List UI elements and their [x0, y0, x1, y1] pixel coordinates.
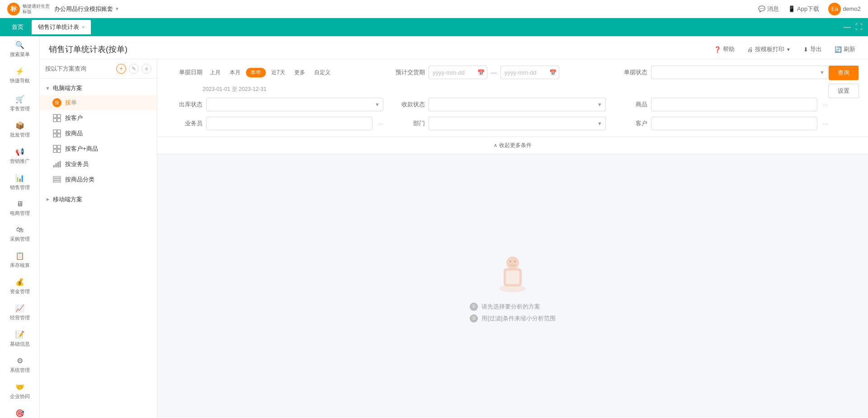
newbie-icon: 🎯	[15, 409, 24, 418]
user-name: demo2	[843, 5, 861, 12]
sidebar-item-corp[interactable]: 🤝 企业协同	[0, 378, 39, 404]
filter-customer-field: 客户 ···	[611, 117, 828, 130]
date-btn-7days[interactable]: 近7天	[268, 68, 289, 77]
filter-status-field: 单据状态 ▼	[611, 66, 828, 79]
sidebar-item-shortcut[interactable]: ⚡ 快捷导航	[0, 62, 39, 89]
staff-ellipsis[interactable]: ···	[378, 120, 383, 127]
sidebar-item-purchase[interactable]: 🛍 采购管理	[0, 221, 39, 247]
sidebar-item-search[interactable]: 🔍 搜索菜单	[0, 36, 39, 62]
sidebar-item-system[interactable]: ⚙ 系统管理	[0, 352, 39, 378]
sidebar-item-sales[interactable]: 📊 销售管理	[0, 169, 39, 195]
scheme-item-by-product[interactable]: 按商品	[40, 126, 157, 141]
customer-ellipsis[interactable]: ···	[823, 120, 828, 127]
tab-sales-stats[interactable]: 销售订单统计表 ×	[32, 20, 91, 34]
scheme-item-by-customer[interactable]: 按客户	[40, 110, 157, 126]
date-btn-more[interactable]: 更多	[291, 68, 309, 77]
two-pane-layout: 按以下方案查询 + ✎ « ▼ 电脑端方案 按 按单	[40, 59, 868, 418]
operation-label: 经营管理	[10, 314, 30, 321]
sidebar-item-marketing[interactable]: 📢 营销推广	[0, 143, 39, 169]
svg-rect-13	[56, 163, 57, 167]
sidebar-item-ecommerce[interactable]: 🖥 电商管理	[0, 195, 39, 221]
date-btn-last-month[interactable]: 上月	[206, 68, 224, 77]
scheme-item-by-order[interactable]: 按 按单	[40, 95, 157, 110]
empty-tip-1: ① 请先选择要分析的方案	[470, 303, 555, 311]
sidebar-item-wholesale[interactable]: 📦 批发管理	[0, 117, 39, 143]
date-btn-custom[interactable]: 自定义	[311, 68, 334, 77]
page-header: 销售订单统计表(按单) ❓ 帮助 🖨 按模板打印 ▼ ⬇ 导出 🔄 刷新	[40, 36, 868, 59]
date-btn-this-month[interactable]: 本月	[226, 68, 244, 77]
svg-rect-6	[53, 134, 57, 137]
app-download-label: App下载	[797, 5, 819, 13]
product-label: 商品	[611, 100, 647, 109]
phone-icon: 📱	[788, 5, 795, 12]
help-label: 帮助	[723, 45, 735, 53]
empty-tip-2: ② 用[过滤]条件来缩小分析范围	[470, 314, 555, 323]
help-btn[interactable]: ❓ 帮助	[710, 43, 738, 55]
company-selector[interactable]: 办公用品行业模拟账套 ▼	[54, 5, 119, 13]
svg-rect-5	[57, 130, 61, 133]
content-area: 销售订单统计表(按单) ❓ 帮助 🖨 按模板打印 ▼ ⬇ 导出 🔄 刷新	[40, 36, 868, 418]
status-select[interactable]	[651, 66, 828, 79]
operation-icon: 📈	[15, 304, 24, 313]
refresh-label: 刷新	[844, 45, 855, 53]
company-arrow-icon: ▼	[115, 6, 119, 11]
search-icon: 🔍	[15, 41, 24, 49]
collapse-bar[interactable]: ∧ 收起更多条件	[157, 137, 868, 154]
scheme-item-by-cust-prod[interactable]: 按客户+商品	[40, 141, 157, 157]
sidebar-item-retail[interactable]: 🛒 零售管理	[0, 90, 39, 117]
export-btn[interactable]: ⬇ 导出	[800, 43, 826, 55]
svg-rect-4	[53, 130, 57, 133]
customer-input[interactable]	[651, 117, 817, 130]
staff-input[interactable]	[206, 117, 373, 130]
export-icon: ⬇	[803, 46, 808, 53]
by-cust-prod-label: 按客户+商品	[65, 145, 98, 153]
product-ellipsis[interactable]: ···	[823, 101, 828, 108]
dept-label: 部门	[389, 119, 425, 128]
edit-scheme-btn[interactable]: ✎	[129, 64, 139, 74]
empty-state: ① 请先选择要分析的方案 ② 用[过滤]条件来缩小分析范围	[157, 154, 868, 418]
group-expand-icon: ▼	[45, 86, 50, 91]
product-input[interactable]	[651, 98, 817, 111]
add-scheme-btn[interactable]: +	[116, 64, 126, 74]
help-icon: ❓	[714, 46, 721, 53]
tip-text-2: 用[过滤]条件来缩小分析范围	[481, 314, 555, 323]
collapse-panel-btn[interactable]: «	[142, 64, 151, 74]
by-product-label: 按商品	[65, 129, 83, 138]
by-staff-label: 按业务员	[65, 160, 89, 168]
mobile-group-header[interactable]: ▼ 移动端方案	[40, 193, 157, 206]
set-button[interactable]: 设置	[828, 84, 859, 98]
delivery-select[interactable]	[206, 98, 383, 111]
page-actions: ❓ 帮助 🖨 按模板打印 ▼ ⬇ 导出 🔄 刷新	[710, 43, 859, 55]
tab-home[interactable]: 首页	[5, 20, 30, 34]
scheme-item-by-staff[interactable]: 按业务员	[40, 157, 157, 172]
sidebar-item-newbie[interactable]: 🎯 新手引导	[0, 404, 39, 418]
refresh-btn[interactable]: 🔄 刷新	[831, 43, 859, 55]
svg-point-23	[509, 261, 511, 262]
sales-icon: 📊	[15, 174, 24, 182]
user-action[interactable]: Ea demo2	[828, 3, 861, 15]
app-download-action[interactable]: 📱 App下载	[788, 5, 819, 13]
sidebar-item-operation[interactable]: 📈 经营管理	[0, 299, 39, 326]
scheme-item-by-category[interactable]: 按商品分类	[40, 172, 157, 187]
by-order-label: 按单	[65, 99, 77, 107]
svg-rect-9	[57, 145, 61, 148]
sidebar-item-basic[interactable]: 📝 基础信息	[0, 326, 39, 352]
page-title: 销售订单统计表(按单)	[49, 44, 127, 55]
by-category-label: 按商品分类	[65, 176, 94, 184]
tab-close-icon[interactable]: ×	[82, 24, 85, 30]
print-btn[interactable]: 🖨 按模板打印 ▼	[744, 43, 794, 55]
sidebar-item-inventory[interactable]: 📋 库存核算	[0, 247, 39, 273]
maximize-icon[interactable]: ⛶	[855, 23, 863, 31]
payment-select[interactable]	[429, 98, 606, 111]
dept-select[interactable]	[429, 117, 606, 130]
query-button[interactable]: 查询	[829, 66, 859, 80]
retail-icon: 🛒	[15, 95, 24, 104]
message-action[interactable]: 💬 消息	[758, 5, 779, 13]
sidebar-item-finance[interactable]: 💰 资金管理	[0, 273, 39, 299]
minimize-icon[interactable]: —	[844, 23, 851, 31]
svg-point-24	[514, 261, 516, 262]
purchase-icon: 🛍	[16, 226, 24, 234]
date-btn-this-year[interactable]: 本年	[246, 68, 266, 77]
right-panel: 单据日期 上月 本月 本年 近7天 更多 自定义	[157, 59, 868, 418]
desktop-group-header[interactable]: ▼ 电脑端方案	[40, 81, 157, 95]
